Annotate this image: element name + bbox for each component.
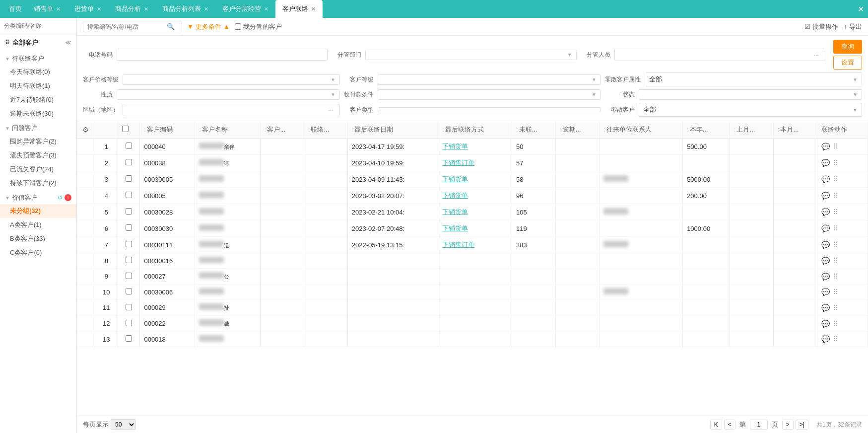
sidebar-search-box[interactable]: 🔍: [0, 18, 76, 34]
message-icon[interactable]: 💬: [821, 208, 830, 216]
refresh-icon[interactable]: ↺: [58, 194, 63, 201]
tab-product-list-close[interactable]: ✕: [204, 6, 208, 12]
filter-customer-type-select[interactable]: [378, 107, 601, 112]
filter-region-ellipsis[interactable]: ···: [326, 106, 335, 114]
tab-customer-tier[interactable]: 客户分层经营 ✕: [215, 0, 275, 18]
last-method-link[interactable]: 下销货单: [442, 175, 468, 183]
last-method-link[interactable]: 下销售订单: [442, 159, 474, 166]
qr-icon[interactable]: ⠿: [833, 143, 838, 150]
sidebar-item-churn-warning[interactable]: 流失预警客户(3): [0, 148, 76, 162]
filter-price-level-select[interactable]: ▼: [123, 74, 340, 85]
filter-phone-input[interactable]: [117, 49, 328, 61]
row-checkbox[interactable]: [126, 192, 132, 198]
message-icon[interactable]: 💬: [821, 192, 830, 200]
next-page-btn[interactable]: >: [782, 420, 794, 430]
th-settings[interactable]: ⚙: [77, 121, 95, 139]
my-customers-filter[interactable]: 我分管的客户: [235, 22, 282, 31]
select-all-checkbox[interactable]: [122, 126, 129, 132]
section-value-customers[interactable]: ▼ 价值客户 ↺ !: [0, 190, 76, 204]
tab-product-list[interactable]: 商品分析列表 ✕: [155, 0, 215, 18]
td-checkbox[interactable]: [118, 253, 140, 269]
row-checkbox[interactable]: [126, 143, 132, 149]
row-checkbox[interactable]: [126, 335, 132, 342]
sidebar-item-abnormal[interactable]: 囤购异常客户(2): [0, 135, 76, 148]
row-checkbox[interactable]: [126, 224, 132, 231]
qr-icon[interactable]: ⠿: [833, 159, 838, 167]
message-icon[interactable]: 💬: [821, 320, 830, 328]
td-checkbox[interactable]: [118, 155, 140, 171]
row-checkbox[interactable]: [126, 273, 132, 279]
qr-icon[interactable]: ⠿: [833, 257, 838, 265]
tab-home[interactable]: 首页: [4, 0, 27, 18]
filter-payment-select[interactable]: ▼: [378, 89, 601, 100]
qr-icon[interactable]: ⠿: [833, 175, 838, 183]
qr-icon[interactable]: ⠿: [833, 335, 838, 343]
sidebar-item-class-c[interactable]: C类客户(6): [0, 246, 76, 260]
row-checkbox[interactable]: [126, 320, 132, 326]
td-checkbox[interactable]: [118, 332, 140, 347]
last-method-link[interactable]: 下销货单: [442, 192, 468, 199]
last-method-link[interactable]: 下销货单: [442, 208, 468, 216]
my-customers-checkbox[interactable]: [235, 23, 241, 30]
sidebar-item-declining[interactable]: 持续下滑客户(2): [0, 176, 76, 190]
last-method-link[interactable]: 下销货单: [442, 143, 468, 150]
last-method-link[interactable]: 下销售订单: [442, 241, 474, 248]
row-checkbox[interactable]: [126, 304, 132, 310]
qr-icon[interactable]: ⠿: [833, 208, 838, 216]
row-checkbox[interactable]: [126, 159, 132, 165]
tab-product-analysis[interactable]: 商品分析 ✕: [108, 0, 155, 18]
td-checkbox[interactable]: [118, 204, 140, 220]
message-icon[interactable]: 💬: [821, 175, 830, 183]
sidebar-item-unclassified[interactable]: 未分组(32): [0, 204, 76, 218]
tab-customer-tier-close[interactable]: ✕: [264, 6, 268, 12]
sidebar-item-overdue[interactable]: 逾期未联络(30): [0, 107, 76, 121]
page-size-select-input[interactable]: 50 100 200: [111, 419, 136, 430]
filter-region-select[interactable]: ···: [123, 104, 340, 116]
qr-icon[interactable]: ⠿: [833, 192, 838, 200]
sidebar-all-customers[interactable]: ⠿ 全部客户 ≪: [0, 34, 76, 51]
sidebar-item-today[interactable]: 今天待联络(0): [0, 65, 76, 79]
section-problem-customers[interactable]: ▼ 问题客户: [0, 121, 76, 135]
qr-icon[interactable]: ⠿: [833, 304, 838, 312]
td-checkbox[interactable]: [118, 220, 140, 237]
message-icon[interactable]: 💬: [821, 257, 830, 265]
sidebar-item-class-a[interactable]: A类客户(1): [0, 218, 76, 232]
prev-page-btn[interactable]: <: [724, 420, 735, 430]
filter-status-select[interactable]: ▼: [639, 89, 862, 100]
query-button[interactable]: 查询: [833, 40, 862, 54]
tab-sales[interactable]: 销售单 ✕: [27, 0, 67, 18]
filter-dept-select[interactable]: ▼: [365, 50, 576, 60]
qr-icon[interactable]: ⠿: [833, 273, 838, 281]
qr-icon[interactable]: ⠿: [833, 320, 838, 328]
qr-icon[interactable]: ⠿: [833, 241, 838, 249]
message-icon[interactable]: 💬: [821, 288, 830, 296]
search-box[interactable]: 🔍: [83, 21, 182, 32]
bulk-ops-btn[interactable]: ☑ 批量操作: [804, 22, 838, 31]
message-icon[interactable]: 💬: [821, 335, 830, 343]
main-search-input[interactable]: [87, 23, 167, 30]
filter-gender-select[interactable]: ▼: [117, 89, 340, 100]
filter-staff-select[interactable]: ···: [614, 49, 825, 61]
export-btn[interactable]: ↑ 导出: [844, 22, 863, 31]
td-checkbox[interactable]: [118, 285, 140, 300]
td-checkbox[interactable]: [118, 188, 140, 204]
message-icon[interactable]: 💬: [821, 304, 830, 312]
td-checkbox[interactable]: [118, 171, 140, 188]
message-icon[interactable]: 💬: [821, 241, 830, 249]
last-page-btn[interactable]: >|: [796, 420, 808, 430]
message-icon[interactable]: 💬: [821, 159, 830, 167]
message-icon[interactable]: 💬: [821, 143, 830, 150]
sidebar-item-class-b[interactable]: B类客户(33): [0, 232, 76, 246]
sidebar-item-7days[interactable]: 近7天待联络(0): [0, 93, 76, 107]
tab-purchase-close[interactable]: ✕: [97, 6, 101, 12]
tab-sales-close[interactable]: ✕: [56, 6, 61, 12]
sidebar-collapse-icon[interactable]: ≪: [65, 39, 71, 46]
row-checkbox[interactable]: [126, 241, 132, 247]
tab-product-analysis-close[interactable]: ✕: [144, 6, 148, 12]
window-close-button[interactable]: ✕: [858, 4, 864, 14]
page-number-input[interactable]: [750, 420, 768, 430]
first-page-btn[interactable]: K: [710, 420, 722, 430]
message-icon[interactable]: 💬: [821, 224, 830, 232]
row-checkbox[interactable]: [126, 257, 132, 263]
message-icon[interactable]: 💬: [821, 273, 830, 281]
